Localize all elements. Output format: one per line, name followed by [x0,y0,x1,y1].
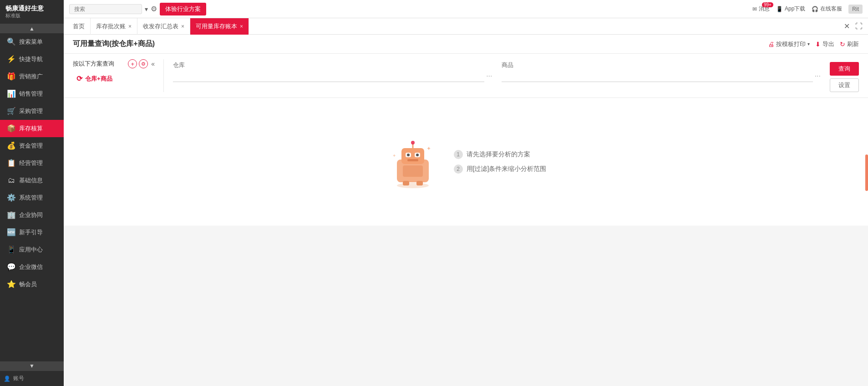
tab-home[interactable]: 首页 [67,18,91,35]
message-badge: 99+ [762,2,773,7]
svg-point-6 [416,154,419,156]
svg-point-5 [407,154,410,156]
tab-available-ledger[interactable]: 可用量库存账本 × [190,18,249,35]
sidebar-user-label: 账号 [13,375,24,382]
sidebar-item-member[interactable]: ⭐ 畅会员 [0,276,64,293]
sidebar-item-enterprise[interactable]: 🏢 企业协同 [0,206,64,224]
scheme-item-label: 仓库+商品 [85,75,112,83]
tab-storage-summary[interactable]: 收发存汇总表 × [137,18,190,35]
sidebar-item-quick-nav[interactable]: ⚡ 快捷导航 [0,51,64,68]
sidebar-item-marketing[interactable]: 🎁 营销推广 [0,68,64,85]
edit-scheme-button[interactable]: ⚙ [139,59,148,68]
industry-solution-button[interactable]: 体验行业方案 [160,3,206,15]
online-service-label: 在线客服 [820,5,842,13]
sidebar-item-wechat[interactable]: 💬 企业微信 [0,258,64,276]
sidebar-label-operations: 经营管理 [19,159,43,167]
svg-text:✦: ✦ [392,153,396,158]
svg-rect-2 [401,148,424,164]
sidebar-item-guide[interactable]: 🆕 新手引导 [0,224,64,241]
settings-icon-button[interactable]: ⚙ [151,5,157,13]
collapse-scheme-button[interactable]: « [150,59,156,68]
warehouse-filter-input[interactable] [173,71,484,82]
sidebar-item-system[interactable]: ⚙️ 系统管理 [0,189,64,206]
tab-available-ledger-close[interactable]: × [240,23,243,30]
topbar-left: ▾ ⚙ 体验行业方案 [69,3,749,15]
sidebar-label-app-center: 应用中心 [19,246,43,254]
tab-available-ledger-label: 可用量库存账本 [196,22,237,31]
page-header: 可用量查询(按仓库+商品) 🖨 按模板打印 ▾ ⬇ 导出 ↻ 刷新 [64,35,868,54]
app-download-label: App下载 [785,5,805,13]
tab-expand-button[interactable]: ⛶ [853,21,864,32]
goods-filter-input[interactable] [502,71,813,82]
tab-actions: ✕ ⛶ [842,20,864,32]
sidebar-label-quick-nav: 快捷导航 [19,55,43,63]
sidebar-label-system: 系统管理 [19,194,43,202]
print-button[interactable]: 🖨 按模板打印 ▾ [768,40,810,48]
tip-text-1: 请先选择要分析的方案 [467,150,530,159]
scheme-item-warehouse-goods[interactable]: ⟳ 仓库+商品 [73,72,156,85]
sidebar-bottom[interactable]: 👤 账号 [0,371,64,386]
warehouse-filter-label: 仓库 [173,61,492,69]
query-settings-button[interactable]: 设置 [830,78,859,92]
svg-text:✦: ✦ [426,145,431,152]
empty-tips: 1 请先选择要分析的方案 2 用[过滤]条件来缩小分析范围 [454,150,547,174]
empty-tip-2: 2 用[过滤]条件来缩小分析范围 [454,165,547,174]
sidebar-label-guide: 新手引导 [19,228,43,237]
tab-home-label: 首页 [73,22,85,31]
export-icon: ⬇ [815,41,821,48]
tab-batch-account-close[interactable]: × [128,23,132,30]
app-download-button[interactable]: 📱 App下载 [776,5,805,13]
svg-rect-9 [403,181,409,185]
user-avatar[interactable]: Rit [848,5,863,14]
export-label: 导出 [822,40,834,48]
sidebar-item-finance[interactable]: 💰 资金管理 [0,137,64,154]
sidebar-scroll-down[interactable]: ▼ [0,361,64,371]
sidebar-label-inventory: 库存核算 [19,124,43,133]
sidebar-icon-quick-nav: ⚡ [7,55,15,63]
tip-num-2: 2 [454,165,463,174]
goods-filter-group: 商品 ··· [502,61,821,82]
sidebar-icon-enterprise: 🏢 [7,211,15,219]
refresh-label: 刷新 [847,40,859,48]
message-button[interactable]: ✉ 消息 99+ [752,5,770,13]
sidebar-item-search-menu[interactable]: 🔍 搜索菜单 [0,33,64,51]
svg-rect-8 [403,165,423,177]
tab-close-button[interactable]: ✕ [842,20,852,32]
sidebar-label-basic-info: 基础信息 [19,176,43,185]
sidebar-item-operations[interactable]: 📋 经营管理 [0,154,64,172]
query-scheme-header: 按以下方案查询 + ⚙ « [73,59,156,68]
sidebar-scroll-up[interactable]: ▲ [0,24,64,33]
sidebar-item-sales[interactable]: 📊 销售管理 [0,85,64,103]
sidebar-item-app-center[interactable]: 📱 应用中心 [0,241,64,258]
empty-state-content: ✦ ✦ 1 请先选择要分析的方案 2 用[过滤]条件来缩小分析范围 [386,134,547,189]
sidebar-icon-sales: 📊 [7,90,15,98]
online-service-button[interactable]: 🎧 在线客服 [812,5,842,13]
tab-storage-summary-close[interactable]: × [181,23,184,30]
search-input[interactable] [69,4,142,14]
dropdown-button[interactable]: ▾ [145,5,148,13]
right-scrollbar-indicator [865,154,868,191]
query-button[interactable]: 查询 [830,62,859,76]
topbar-right: ✉ 消息 99+ 📱 App下载 🎧 在线客服 Rit [752,5,863,14]
goods-filter-more[interactable]: ··· [815,72,821,82]
export-button[interactable]: ⬇ 导出 [815,40,834,48]
tab-batch-account[interactable]: 库存批次账 × [91,18,137,35]
warehouse-filter-more[interactable]: ··· [486,72,492,82]
logo-sub: 标准版 [5,12,58,19]
sidebar-icon-inventory: 📦 [7,124,15,133]
add-scheme-button[interactable]: + [128,59,137,68]
sidebar-label-purchase: 采购管理 [19,107,43,115]
query-buttons: 查询 设置 [830,61,859,92]
refresh-button[interactable]: ↻ 刷新 [840,40,859,48]
sidebar-icon-search-menu: 🔍 [7,38,15,46]
user-name: Rit [852,6,859,12]
sidebar-icon-app-center: 📱 [7,246,15,254]
svg-point-12 [411,141,415,144]
sidebar-item-basic-info[interactable]: 🗂 基础信息 [0,172,64,189]
sidebar-item-purchase[interactable]: 🛒 采购管理 [0,103,64,120]
print-dropdown-icon: ▾ [807,41,810,46]
sidebar-icon-wechat: 💬 [7,263,15,271]
warehouse-filter-group: 仓库 ··· [173,61,492,82]
sidebar-item-inventory[interactable]: 📦 库存核算 [0,120,64,137]
print-label: 按模板打印 [776,40,806,48]
